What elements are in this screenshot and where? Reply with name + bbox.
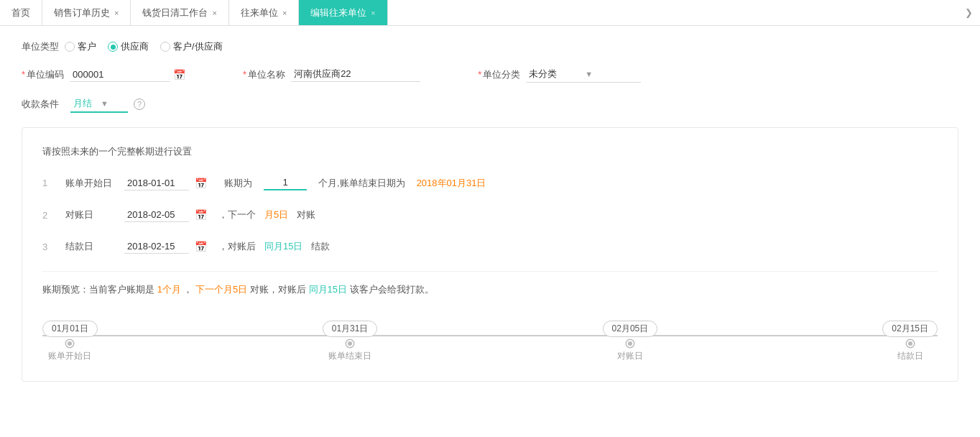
row-2-highlight: 月5日 — [264, 208, 288, 221]
tl-pill-2: 02月05日 — [603, 321, 658, 337]
preview-part1: 1个月 — [157, 284, 181, 295]
preview-sep1: ， — [183, 284, 193, 295]
code-group: * 单位编码 📅 — [22, 68, 185, 82]
code-required: * — [22, 69, 25, 80]
preview-section: 账期预览：当前客户账期是 1个月 ， 下一个月5日 对账，对账后 同月15日 该… — [42, 271, 938, 364]
tab-sales-history-label: 销售订单历史 — [54, 6, 110, 19]
payment-select-value: 月结 — [73, 97, 98, 110]
category-group: * 单位分类 未分类 ▼ — [478, 66, 641, 83]
setting-row-1: 1 账单开始日 📅 账期为 个月,账单结束日期为 2018年01月31日 — [42, 175, 938, 190]
row-2-calendar-icon[interactable]: 📅 — [195, 209, 207, 221]
unit-type-label: 单位类型 — [22, 40, 59, 53]
tl-pill-3: 02月15日 — [882, 321, 938, 337]
row-1-type: 账单开始日 — [65, 177, 116, 190]
radio-both-label: 客户/供应商 — [173, 40, 223, 53]
tl-node-0: 01月01日 账单开始日 — [42, 321, 98, 362]
radio-supplier-circle — [108, 42, 118, 52]
tab-cashflow-close[interactable]: × — [212, 9, 216, 17]
row-2-desc-suffix: 对账 — [297, 208, 315, 221]
tl-pill-1: 01月31日 — [323, 321, 378, 337]
preview-sep2: 对账，对账后 — [250, 284, 306, 295]
category-required: * — [478, 69, 481, 80]
preview-suffix: 该客户会给我打款。 — [350, 284, 434, 295]
tab-home-label: 首页 — [11, 6, 30, 19]
setting-row-2: 2 对账日 📅 ，下一个 月5日 对账 — [42, 208, 938, 222]
row-1-date-wrap: 📅 — [124, 176, 207, 190]
row-3-num: 3 — [42, 242, 57, 252]
category-select[interactable]: 未分类 ▼ — [526, 66, 641, 83]
tab-partner-units[interactable]: 往来单位 × — [229, 0, 299, 25]
tab-partner-units-label: 往来单位 — [241, 6, 278, 19]
tl-node-3: 02月15日 结款日 — [882, 321, 938, 362]
help-icon[interactable]: ? — [134, 98, 145, 110]
tab-edit-partner-close[interactable]: × — [371, 9, 375, 17]
category-label: 单位分类 — [483, 68, 520, 81]
name-label: 单位名称 — [248, 68, 285, 81]
tab-edit-partner[interactable]: 编辑往来单位 × — [299, 0, 387, 25]
category-select-arrow: ▼ — [585, 70, 638, 78]
row-2-type: 对账日 — [65, 208, 116, 221]
row-3-date-input[interactable] — [124, 239, 189, 254]
payment-select[interactable]: 月结 ▼ — [70, 96, 128, 113]
setting-row-3: 3 结款日 📅 ，对账后 同月15日 结款 — [42, 239, 938, 254]
tab-cashflow-label: 钱货日清工作台 — [142, 6, 208, 19]
unit-fields-row: * 单位编码 📅 * 单位名称 * 单位分类 未分类 ▼ — [22, 66, 958, 83]
preview-prefix: 账期预览：当前客户账期是 — [42, 284, 154, 295]
row-1-num: 1 — [42, 178, 57, 188]
tl-dot-2 — [627, 340, 634, 347]
tl-dot-0 — [66, 340, 73, 347]
code-input[interactable] — [70, 68, 170, 82]
tab-cashflow[interactable]: 钱货日清工作台 × — [131, 0, 228, 25]
timeline-container: 01月01日 账单开始日 01月31日 账单结束日 02月05日 — [42, 313, 938, 364]
radio-customer[interactable]: 客户 — [65, 40, 96, 53]
name-group: * 单位名称 — [243, 68, 420, 82]
tl-dot-1 — [346, 340, 353, 347]
tab-scroll-arrow[interactable]: ❯ — [958, 0, 980, 25]
radio-customer-label: 客户 — [78, 40, 96, 53]
preview-part2: 下一个月5日 — [195, 284, 247, 295]
code-calendar-icon[interactable]: 📅 — [173, 69, 185, 80]
name-input[interactable] — [291, 68, 420, 82]
row-3-type: 结款日 — [65, 240, 116, 253]
radio-both[interactable]: 客户/供应商 — [160, 40, 223, 53]
tl-type-0: 账单开始日 — [48, 350, 91, 362]
row-1-date-input[interactable] — [124, 176, 189, 190]
period-input[interactable] — [264, 175, 307, 190]
row-3-date-wrap: 📅 — [124, 239, 207, 254]
tab-home[interactable]: 首页 — [0, 0, 42, 25]
payment-label: 收款条件 — [22, 98, 59, 111]
row-1-calendar-icon[interactable]: 📅 — [195, 178, 207, 189]
tl-type-3: 结款日 — [897, 350, 923, 362]
row-1-end-date: 2018年01月31日 — [417, 177, 486, 190]
row-1-unit: 个月,账单结束日期为 — [318, 177, 405, 190]
row-3-desc-suffix: 结款 — [311, 240, 330, 253]
settings-title: 请按照未来的一个完整帐期进行设置 — [42, 145, 938, 158]
tl-type-2: 对账日 — [617, 350, 643, 362]
payment-row: 收款条件 月结 ▼ ? — [22, 96, 958, 113]
name-required: * — [243, 69, 246, 80]
tl-dot-3 — [907, 340, 914, 347]
page-content: 单位类型 客户 供应商 客户/供应商 * 单位编码 📅 * — [0, 26, 980, 437]
radio-both-circle — [160, 42, 170, 52]
tab-sales-history-close[interactable]: × — [114, 9, 119, 17]
tab-partner-units-close[interactable]: × — [282, 9, 287, 17]
row-2-num: 2 — [42, 210, 57, 221]
row-3-highlight: 同月15日 — [264, 240, 302, 253]
radio-customer-circle — [65, 42, 75, 52]
radio-supplier[interactable]: 供应商 — [108, 40, 149, 53]
code-label: 单位编码 — [27, 68, 64, 81]
preview-part3: 同月15日 — [309, 284, 347, 295]
radio-supplier-label: 供应商 — [121, 40, 149, 53]
row-3-calendar-icon[interactable]: 📅 — [195, 241, 207, 252]
row-2-date-input[interactable] — [124, 208, 189, 222]
tl-pill-0: 01月01日 — [42, 321, 98, 337]
unit-type-radio-group: 客户 供应商 客户/供应商 — [65, 40, 223, 53]
tl-type-1: 账单结束日 — [328, 350, 371, 362]
settings-card: 请按照未来的一个完整帐期进行设置 1 账单开始日 📅 账期为 个月,账单结束日期… — [22, 127, 958, 382]
row-3-desc-prefix: ，对账后 — [218, 240, 256, 253]
row-2-date-wrap: 📅 — [124, 208, 207, 222]
preview-text: 账期预览：当前客户账期是 1个月 ， 下一个月5日 对账，对账后 同月15日 该… — [42, 283, 938, 296]
unit-type-row: 单位类型 客户 供应商 客户/供应商 — [22, 40, 958, 53]
tl-node-2: 02月05日 对账日 — [603, 321, 658, 362]
tab-sales-history[interactable]: 销售订单历史 × — [42, 0, 131, 25]
